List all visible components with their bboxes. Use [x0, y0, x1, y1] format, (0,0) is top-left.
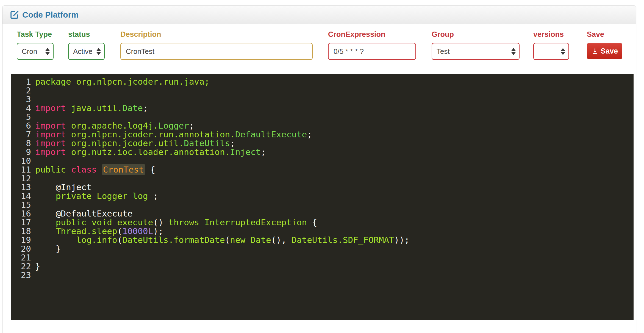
code-line[interactable]: 15	[11, 200, 634, 209]
versions-label: versions	[533, 30, 569, 39]
code-line[interactable]: 13 @Inject	[11, 183, 634, 192]
cron-expression-label: CronExpression	[328, 30, 416, 39]
code-line-text: import org.nlpcn.jcoder.run.annotation.D…	[35, 130, 312, 139]
page-title: Code Platform	[10, 10, 79, 20]
select-caret-icon	[45, 48, 50, 55]
cron-expression-input[interactable]	[328, 43, 416, 60]
panel-header: Code Platform	[2, 6, 636, 24]
line-number: 3	[11, 95, 35, 104]
code-lines[interactable]: 1package org.nlpcn.jcoder.run.java;234im…	[11, 77, 634, 279]
line-number: 8	[11, 139, 35, 148]
code-line[interactable]: 8import org.nlpcn.jcoder.util.DateUtils;	[11, 139, 634, 148]
line-number: 17	[11, 218, 35, 227]
line-number: 7	[11, 130, 35, 139]
code-line[interactable]: 20 }	[11, 244, 634, 253]
field-status: status Active	[68, 30, 105, 60]
download-icon	[591, 48, 599, 55]
field-save: Save Save	[587, 30, 623, 59]
line-number: 6	[11, 121, 35, 130]
line-number: 2	[11, 86, 35, 95]
line-number: 1	[11, 77, 35, 86]
task-type-select[interactable]: Cron	[17, 43, 54, 60]
code-line-text: import org.apache.log4j.Logger;	[35, 121, 194, 130]
group-select[interactable]: Test	[432, 43, 520, 60]
description-label: Description	[120, 30, 313, 39]
code-line[interactable]: 7import org.nlpcn.jcoder.run.annotation.…	[11, 130, 634, 139]
code-line[interactable]: 17 public void execute() throws Interrup…	[11, 218, 634, 227]
code-line-text: }	[35, 244, 61, 253]
code-line[interactable]: 11public class CronTest {	[11, 165, 634, 174]
code-line[interactable]: 2	[11, 86, 634, 95]
versions-select[interactable]	[533, 43, 569, 60]
select-caret-icon	[96, 48, 101, 55]
line-number: 15	[11, 200, 35, 209]
line-number: 14	[11, 192, 35, 200]
line-number: 10	[11, 156, 35, 165]
line-number: 16	[11, 209, 35, 218]
code-line-text: import java.util.Date;	[35, 104, 148, 112]
code-line-text: @Inject	[35, 183, 91, 192]
code-line[interactable]: 12	[11, 174, 634, 183]
status-select[interactable]: Active	[68, 43, 105, 60]
save-button[interactable]: Save	[587, 43, 622, 59]
field-versions: versions	[533, 30, 569, 60]
line-number: 20	[11, 244, 35, 253]
task-type-label: Task Type	[17, 30, 54, 39]
line-number: 5	[11, 112, 35, 121]
code-line[interactable]: 23	[11, 271, 634, 279]
group-value: Test	[437, 47, 450, 56]
save-button-label: Save	[601, 47, 618, 56]
code-line[interactable]: 22}	[11, 262, 634, 271]
code-line[interactable]: 1package org.nlpcn.jcoder.run.java;	[11, 77, 634, 86]
line-number: 23	[11, 271, 35, 279]
select-caret-icon	[561, 48, 565, 55]
code-line[interactable]: 9import org.nutz.ioc.loader.annotation.I…	[11, 148, 634, 156]
status-value: Active	[73, 47, 93, 56]
field-task-type: Task Type Cron	[17, 30, 54, 60]
code-line-text: log.info(DateUtils.formatDate(new Date()…	[35, 235, 410, 244]
code-line[interactable]: 5	[11, 112, 634, 121]
task-form: Task Type Cron status Active Description…	[2, 24, 636, 73]
code-line-text: public class CronTest {	[35, 165, 155, 174]
page-title-text: Code Platform	[22, 10, 79, 20]
field-cron-expression: CronExpression	[328, 30, 416, 60]
code-line-text: public void execute() throws Interrupted…	[35, 218, 317, 227]
code-line-text: @DefaultExecute	[35, 209, 133, 218]
code-line[interactable]: 3	[11, 95, 634, 104]
code-line[interactable]: 16 @DefaultExecute	[11, 209, 634, 218]
line-number: 4	[11, 104, 35, 112]
line-number: 21	[11, 253, 35, 262]
task-type-value: Cron	[22, 47, 37, 56]
edit-square-icon	[10, 10, 19, 20]
code-editor[interactable]: 1package org.nlpcn.jcoder.run.java;234im…	[11, 74, 634, 320]
description-input[interactable]	[120, 43, 313, 60]
save-label: Save	[587, 30, 623, 39]
line-number: 22	[11, 262, 35, 271]
field-description: Description	[120, 30, 313, 60]
code-line[interactable]: 10	[11, 156, 634, 165]
code-line[interactable]: 19 log.info(DateUtils.formatDate(new Dat…	[11, 235, 634, 244]
code-line-text: }	[35, 262, 40, 271]
field-group: Group Test	[432, 30, 520, 60]
line-number: 18	[11, 227, 35, 235]
code-line-text: private Logger log ;	[35, 192, 158, 200]
code-line-text: Thread.sleep(10000L);	[35, 227, 163, 235]
code-platform-panel: Code Platform Task Type Cron status Acti…	[2, 5, 636, 333]
line-number: 19	[11, 235, 35, 244]
group-label: Group	[432, 30, 520, 39]
code-line[interactable]: 14 private Logger log ;	[11, 192, 634, 200]
code-line-text: package org.nlpcn.jcoder.run.java;	[35, 77, 210, 86]
line-number: 12	[11, 174, 35, 183]
code-line[interactable]: 6import org.apache.log4j.Logger;	[11, 121, 634, 130]
code-line[interactable]: 4import java.util.Date;	[11, 104, 634, 112]
code-line[interactable]: 21	[11, 253, 634, 262]
code-line[interactable]: 18 Thread.sleep(10000L);	[11, 227, 634, 235]
select-caret-icon	[511, 48, 516, 55]
status-label: status	[68, 30, 105, 39]
line-number: 13	[11, 183, 35, 192]
line-number: 9	[11, 148, 35, 156]
code-line-text: import org.nlpcn.jcoder.util.DateUtils;	[35, 139, 235, 148]
line-number: 11	[11, 165, 35, 174]
code-line-text: import org.nutz.ioc.loader.annotation.In…	[35, 148, 266, 156]
